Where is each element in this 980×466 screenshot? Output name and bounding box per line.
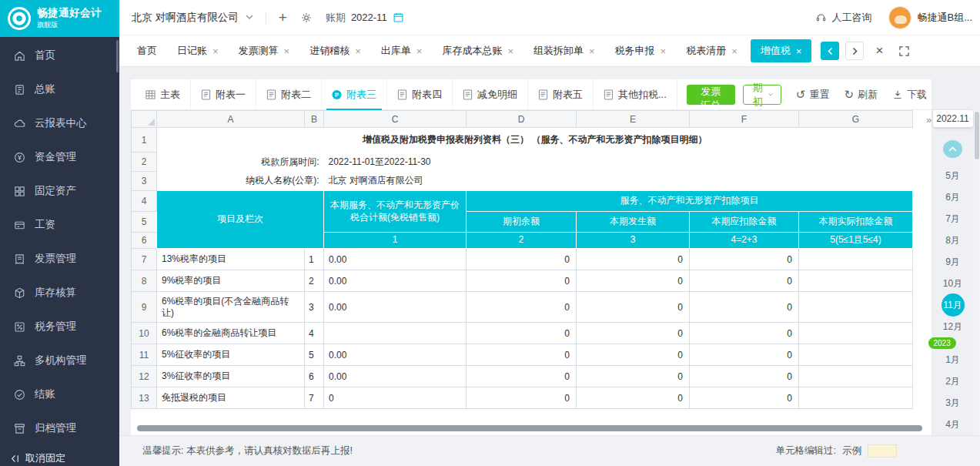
header-group[interactable]: 服务、不动产和无形资产扣除项目 <box>467 191 913 212</box>
row-number[interactable]: 5 <box>132 212 157 233</box>
sidebar-item-multi-org[interactable]: 多机构管理 <box>0 344 119 377</box>
tab-purchase-sales-audit[interactable]: 进销稽核 × <box>299 35 371 67</box>
tax-period-value-cell[interactable]: 2022-11-01至2022-11-30 <box>324 153 913 172</box>
value-cell[interactable]: 0 <box>690 249 799 270</box>
row-number[interactable]: 11 <box>132 344 157 366</box>
company-selector[interactable]: 北京 对啊酒店有限公司 <box>132 11 253 25</box>
sidebar-item-payroll[interactable]: 工资 <box>0 208 119 242</box>
value-cell[interactable] <box>799 292 913 323</box>
sidebar-item-archive[interactable]: 归档管理 <box>0 411 119 445</box>
add-button[interactable]: + <box>279 10 287 25</box>
row-number[interactable]: 6 <box>132 233 157 249</box>
next-tabs-button[interactable] <box>845 42 864 60</box>
close-tab-icon[interactable]: × <box>507 45 513 57</box>
value-cell[interactable] <box>799 270 913 292</box>
item-cell[interactable]: 免抵退税的项目 <box>157 387 305 409</box>
subtab-schedule-4[interactable]: 附表四 <box>387 79 453 110</box>
line-no-cell[interactable]: 6 <box>305 366 324 387</box>
col-letter[interactable]: D <box>467 111 577 128</box>
col-letter[interactable]: E <box>577 111 690 128</box>
value-cell[interactable]: 0 <box>577 270 690 292</box>
tab-vat[interactable]: 增值税 × <box>751 39 812 62</box>
value-cell[interactable]: 0 <box>324 387 467 409</box>
item-cell[interactable]: 3%征收率的项目 <box>157 366 305 387</box>
value-cell[interactable]: 0 <box>690 292 799 323</box>
line-no-cell[interactable]: 4 <box>305 323 324 344</box>
tab-assembly-order[interactable]: 组装拆卸单 × <box>523 35 605 67</box>
month-item[interactable]: 1月 <box>939 349 967 370</box>
row-number[interactable]: 9 <box>132 292 157 323</box>
user-name[interactable]: 畅捷通B组... <box>917 11 972 25</box>
header-num[interactable]: 3 <box>577 233 690 249</box>
value-cell[interactable]: 0 <box>577 366 690 387</box>
value-cell[interactable]: 0 <box>577 323 690 344</box>
value-cell[interactable]: 0 <box>467 387 577 409</box>
value-cell[interactable]: 0 <box>577 344 690 366</box>
sidebar-item-general-ledger[interactable]: 总账 <box>0 72 119 106</box>
opening-balance-button[interactable]: 期初 <box>743 85 781 105</box>
subtab-other-tax-deduction[interactable]: 其他扣税... <box>594 79 677 110</box>
value-cell[interactable]: 0 <box>467 344 577 366</box>
close-tab-icon[interactable]: × <box>212 45 219 57</box>
value-cell[interactable]: 0 <box>467 323 577 344</box>
item-cell[interactable]: 6%税率的项目(不含金融商品转让) <box>157 292 305 323</box>
value-cell[interactable]: 0.00 <box>324 366 467 387</box>
line-no-cell[interactable]: 1 <box>305 249 324 270</box>
tab-inventory-cost-ledger[interactable]: 库存成本总账 × <box>432 35 523 67</box>
invoice-summary-button[interactable]: 发票汇总 <box>687 85 735 105</box>
month-item[interactable]: 6月 <box>939 186 967 208</box>
line-no-cell[interactable]: 7 <box>305 387 324 409</box>
col-letter[interactable]: A <box>157 111 305 128</box>
fullscreen-button[interactable] <box>895 42 913 60</box>
close-all-tabs-button[interactable]: × <box>870 42 888 60</box>
taxpayer-label-cell[interactable]: 纳税人名称(公章): <box>157 172 324 191</box>
value-cell[interactable] <box>799 387 913 409</box>
value-cell[interactable]: 0 <box>690 270 799 292</box>
tab-tax-register[interactable]: 税表清册 × <box>676 35 748 67</box>
value-cell[interactable]: 0 <box>690 344 799 366</box>
user-avatar[interactable] <box>888 6 911 29</box>
col-letter[interactable]: B <box>305 111 324 128</box>
brand-logo[interactable]: 畅捷通好会计 旗舰版 <box>0 0 119 37</box>
month-item[interactable]: 12月 <box>939 316 967 337</box>
month-item[interactable]: 10月 <box>939 273 967 294</box>
close-tab-icon[interactable]: × <box>416 45 423 57</box>
accounting-period[interactable]: 账期 2022-11 <box>326 11 404 25</box>
header-col4[interactable]: 本期应扣除金额 <box>690 212 799 233</box>
value-cell[interactable] <box>799 366 913 387</box>
header-col1[interactable]: 本期服务、不动产和无形资产价税合计额(免税销售额) <box>324 191 467 233</box>
header-num[interactable]: 4=2+3 <box>690 233 799 249</box>
header-col3[interactable]: 本期发生额 <box>577 212 690 233</box>
download-button[interactable]: 下载 <box>892 88 927 102</box>
value-cell[interactable]: 0 <box>467 270 577 292</box>
header-col2[interactable]: 期初余额 <box>467 212 577 233</box>
header-col5[interactable]: 本期实际扣除金额 <box>799 212 913 233</box>
value-cell[interactable]: 0 <box>577 292 690 323</box>
line-no-cell[interactable]: 2 <box>305 270 324 292</box>
horizontal-scrollbar[interactable] <box>137 425 922 431</box>
sidebar-item-fixed-assets[interactable]: 固定资产 <box>0 174 119 208</box>
value-cell[interactable]: 0.00 <box>324 249 467 270</box>
tab-invoice-estimate[interactable]: 发票测算 × <box>229 35 300 67</box>
sidebar-item-funds[interactable]: 资金管理 <box>0 140 119 174</box>
unpin-sidebar-button[interactable]: 取消固定 <box>0 445 119 466</box>
month-item[interactable]: 7月 <box>939 208 967 230</box>
value-cell[interactable] <box>799 249 913 270</box>
close-tab-icon[interactable]: × <box>589 45 595 57</box>
row-number[interactable]: 10 <box>132 323 157 344</box>
collapse-panel-icon[interactable]: » <box>926 114 932 126</box>
month-item-active[interactable]: 11月 <box>942 293 965 317</box>
row-number[interactable]: 2 <box>132 153 157 172</box>
header-num[interactable]: 2 <box>467 233 577 249</box>
value-cell[interactable]: 0 <box>690 323 799 344</box>
sidebar-scrollbar-thumb[interactable] <box>116 40 119 72</box>
subtab-main-table[interactable]: 主表 <box>135 79 191 110</box>
close-tab-icon[interactable]: × <box>284 45 290 57</box>
header-num[interactable]: 1 <box>324 233 467 249</box>
month-item[interactable]: 4月 <box>939 414 967 435</box>
vertical-scrollbar-thumb[interactable] <box>975 112 979 159</box>
line-no-cell[interactable]: 3 <box>305 292 324 323</box>
row-number[interactable]: 8 <box>132 270 157 292</box>
value-cell[interactable]: 0 <box>577 387 690 409</box>
row-number[interactable]: 4 <box>132 191 157 212</box>
